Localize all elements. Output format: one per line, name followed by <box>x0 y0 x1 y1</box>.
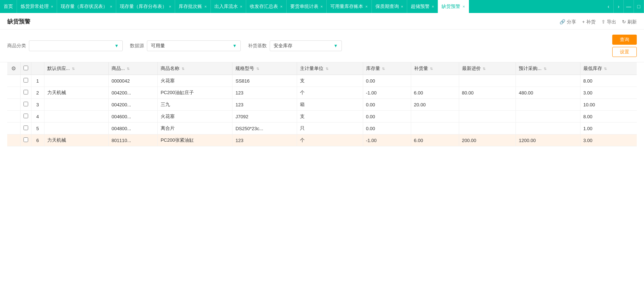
gear-icon[interactable]: ⚙ <box>11 65 16 71</box>
column-header-spec[interactable]: 规格型号 ⇅ <box>232 62 297 75</box>
close-icon[interactable]: × <box>51 4 53 9</box>
nav-tab-shoufacun[interactable]: 收发存汇总表 × <box>246 0 286 13</box>
row-spec: 123 <box>232 99 297 111</box>
row-checkbox-cell[interactable] <box>20 111 31 123</box>
nav-tab-baozhi[interactable]: 保质期查询 × <box>372 0 407 13</box>
row-latest-price <box>459 75 516 87</box>
column-header-unit[interactable]: 主计量单位 ⇅ <box>297 62 363 75</box>
column-header-stock[interactable]: 库存量 ⇅ <box>363 62 411 75</box>
nav-tab-churuku[interactable]: 出入库流水 × <box>211 0 246 13</box>
export-icon: ⇧ <box>601 19 605 25</box>
row-checkbox[interactable] <box>23 102 28 106</box>
column-header-estimated[interactable]: 预计采购... ⇅ <box>516 62 580 75</box>
nav-right-arrow[interactable]: › <box>614 0 624 13</box>
nav-tab-kucun[interactable]: 库存批次账 × <box>175 0 210 13</box>
refresh-icon: ↻ <box>622 19 626 25</box>
row-checkbox-cell[interactable] <box>20 75 31 87</box>
nav-tab-home[interactable]: 首页 <box>0 0 17 13</box>
row-checkbox-cell[interactable] <box>20 87 31 99</box>
nav-tab-yaohuo[interactable]: 要货单统计表 × <box>287 0 327 13</box>
row-latest-price: 200.00 <box>459 134 516 146</box>
close-icon[interactable]: × <box>240 4 242 9</box>
refresh-button[interactable]: ↻ 刷新 <box>622 19 637 25</box>
close-icon[interactable]: × <box>462 4 465 9</box>
row-stock: 0.00 <box>363 75 411 87</box>
column-header-replenish[interactable]: 补货量 ⇅ <box>411 62 459 75</box>
close-icon[interactable]: × <box>321 4 323 9</box>
column-header-name[interactable]: 商品名称 ⇅ <box>157 62 232 75</box>
row-supplier: 力天机械 <box>44 87 108 99</box>
table-row: 5 004800... 离合片 DS250*23c... 只 0.00 1.00 <box>7 123 637 134</box>
row-latest-price <box>459 99 516 111</box>
minimize-button[interactable]: — <box>624 0 634 13</box>
row-min-stock: 1.00 <box>580 123 637 134</box>
close-icon[interactable]: × <box>204 4 206 9</box>
sort-icon: ⇅ <box>483 67 486 71</box>
header-actions: 🔗 分享 + 补货 ⇧ 导出 ↻ 刷新 <box>560 19 637 25</box>
nav-tab-xiancunliang2[interactable]: 现存量（库存分布表） × <box>116 0 175 13</box>
sort-icon: ⇅ <box>72 67 75 71</box>
row-checkbox[interactable] <box>23 78 28 83</box>
row-replenish: 6.00 <box>411 87 459 99</box>
nav-left-arrow[interactable]: ‹ <box>604 0 614 13</box>
column-header-min-stock[interactable]: 最低库存 ⇅ <box>580 62 637 75</box>
row-code: 801110... <box>108 134 157 146</box>
nav-arrows: ‹ › — □ <box>604 0 644 13</box>
row-checkbox[interactable] <box>23 125 28 130</box>
nav-tab-quehuo[interactable]: 缺货预警 × <box>438 0 469 13</box>
close-icon[interactable]: × <box>432 4 434 9</box>
row-checkbox-cell[interactable] <box>20 134 31 146</box>
close-icon[interactable]: × <box>280 4 282 9</box>
close-icon[interactable]: × <box>401 4 403 9</box>
row-spec: J7092 <box>232 111 297 123</box>
select-all-checkbox[interactable] <box>23 66 28 70</box>
datasource-select[interactable]: 可用量 ▼ <box>147 40 241 51</box>
category-select[interactable]: ▼ <box>29 40 123 51</box>
settings-button[interactable]: 设置 <box>612 47 637 57</box>
nav-tab-keyongliang[interactable]: 可用量库存账本 × <box>327 0 371 13</box>
row-code: 004800... <box>108 123 157 134</box>
page-title: 缺货预警 <box>7 18 30 26</box>
close-icon[interactable]: × <box>169 4 171 9</box>
row-checkbox[interactable] <box>23 137 28 142</box>
replenish-button[interactable]: + 补货 <box>582 19 596 25</box>
column-header-latest-price[interactable]: 最新进价 ⇅ <box>459 62 516 75</box>
table-row: 4 004600... 火花塞 J7092 支 0.00 8.00 <box>7 111 637 123</box>
sort-icon: ⇅ <box>182 67 184 71</box>
row-name: 离合片 <box>157 123 232 134</box>
maximize-button[interactable]: □ <box>634 0 644 13</box>
datasource-filter-group: 数据源 可用量 ▼ <box>130 40 241 51</box>
column-header-gear[interactable]: ⚙ <box>7 62 20 75</box>
close-icon[interactable]: × <box>365 4 367 9</box>
share-button[interactable]: 🔗 分享 <box>560 19 576 25</box>
row-checkbox-cell[interactable] <box>20 123 31 134</box>
table-row: 2 力天机械 004200... PC200油缸庄子 123 个 -1.00 6… <box>7 87 637 99</box>
share-icon: 🔗 <box>560 19 565 25</box>
row-spec: 123 <box>232 87 297 99</box>
row-gear-cell <box>7 123 20 134</box>
page-header: 缺货预警 🔗 分享 + 补货 ⇧ 导出 ↻ 刷新 <box>0 13 644 30</box>
data-table: ⚙ 默认供应... ⇅ 商品... ⇅ 商品名称 <box>7 62 637 146</box>
nav-tab-chaochujing[interactable]: 超储预警 × <box>407 0 438 13</box>
export-button[interactable]: ⇧ 导出 <box>601 19 616 25</box>
row-checkbox[interactable] <box>23 114 28 118</box>
replenish-select[interactable]: 安全库存 ▼ <box>270 40 342 51</box>
row-unit: 个 <box>297 134 363 146</box>
nav-tab-lianghuo[interactable]: 炼货异常处理 × <box>17 0 57 13</box>
column-header-code[interactable]: 商品... ⇅ <box>108 62 157 75</box>
row-checkbox[interactable] <box>23 90 28 94</box>
row-name: 火花塞 <box>157 111 232 123</box>
row-checkbox-cell[interactable] <box>20 99 31 111</box>
row-gear-cell <box>7 134 20 146</box>
row-estimated <box>516 111 580 123</box>
column-header-supplier[interactable]: 默认供应... ⇅ <box>44 62 108 75</box>
row-latest-price <box>459 123 516 134</box>
category-dropdown-icon: ▼ <box>114 43 119 48</box>
row-stock: -1.00 <box>363 134 411 146</box>
row-min-stock: 8.00 <box>580 75 637 87</box>
query-button[interactable]: 查询 <box>612 35 637 45</box>
row-code: 0000042 <box>108 75 157 87</box>
row-replenish <box>411 123 459 134</box>
close-icon[interactable]: × <box>110 4 112 9</box>
nav-tab-xiancunliang1[interactable]: 现存量（库存状况表） × <box>57 0 116 13</box>
